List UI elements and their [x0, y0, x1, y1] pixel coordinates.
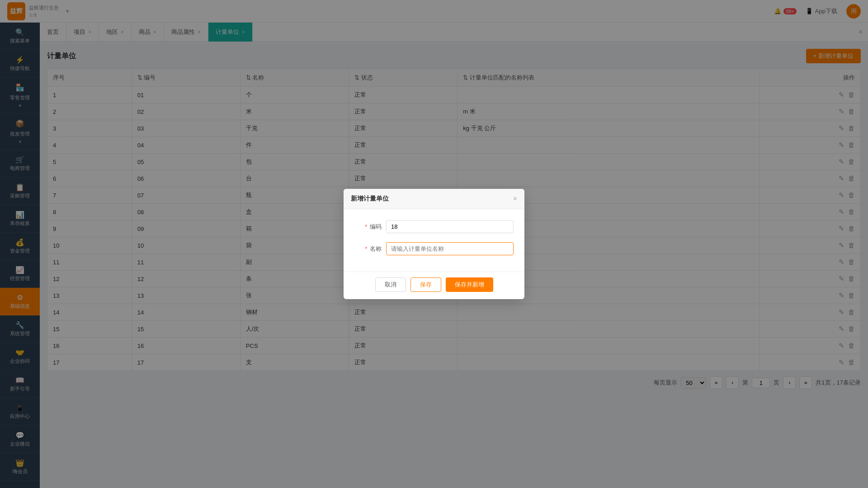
- name-input[interactable]: [386, 242, 514, 255]
- modal-overlay: 新增计量单位 × * 编码 * 名称 取消 保存 保存并新增: [0, 0, 868, 488]
- add-unit-modal: 新增计量单位 × * 编码 * 名称 取消 保存 保存并新增: [344, 189, 524, 299]
- cancel-button[interactable]: 取消: [375, 277, 406, 292]
- save-and-add-button[interactable]: 保存并新增: [446, 277, 493, 292]
- code-input[interactable]: [386, 220, 514, 233]
- modal-close-btn[interactable]: ×: [513, 195, 517, 202]
- code-label: * 编码: [354, 223, 382, 231]
- modal-body: * 编码 * 名称: [344, 209, 524, 272]
- modal-title: 新增计量单位: [351, 195, 389, 203]
- name-label: * 名称: [354, 245, 382, 253]
- code-form-row: * 编码: [354, 220, 514, 233]
- modal-footer: 取消 保存 保存并新增: [344, 272, 524, 299]
- name-form-row: * 名称: [354, 242, 514, 255]
- modal-header: 新增计量单位 ×: [344, 189, 524, 209]
- save-button[interactable]: 保存: [410, 277, 441, 292]
